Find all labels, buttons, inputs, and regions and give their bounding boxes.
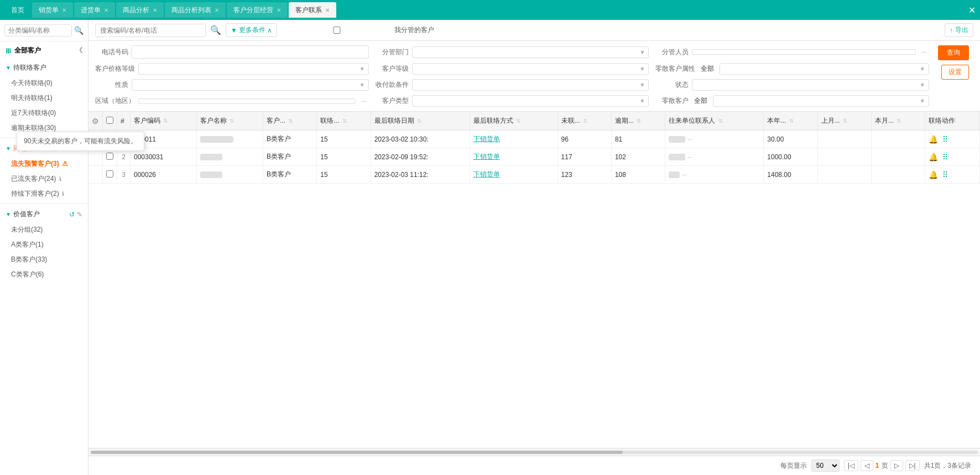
tab-analysis[interactable]: 商品分析 ✕: [116, 2, 164, 18]
horizontal-scrollbar[interactable]: [88, 448, 980, 456]
scroll-track: [91, 451, 978, 454]
sidebar-item-churned[interactable]: 已流失客户(24) ℹ: [0, 171, 88, 186]
tab-sales-label: 销货单: [39, 6, 59, 15]
last-month-sort-icon: ⇅: [843, 118, 847, 124]
payment-select[interactable]: ▼: [412, 79, 649, 91]
table-settings-icon[interactable]: ⚙: [92, 117, 99, 126]
gender-select[interactable]: ▼: [132, 79, 369, 91]
tab-home[interactable]: 首页: [4, 2, 31, 18]
retail-attr-select[interactable]: ▼: [720, 63, 929, 75]
row-checkbox-2[interactable]: [106, 153, 113, 160]
retail-attr-label: 零散客户属性: [655, 64, 695, 74]
query-button[interactable]: 查询: [938, 45, 969, 60]
sidebar-item-7days[interactable]: 近7天待联络(0): [0, 106, 88, 121]
refresh-icon[interactable]: ↺: [69, 211, 75, 218]
th-last-date-label: 最后联络日期: [374, 117, 414, 124]
grade-select[interactable]: ▼: [412, 63, 649, 75]
export-button[interactable]: ↑ 导出: [945, 23, 973, 37]
td-this-month-1: [872, 131, 925, 148]
tab-analysis-list-label: 商品分析列表: [171, 6, 211, 15]
next-page-btn[interactable]: ▷: [890, 460, 903, 471]
sidebar-item-ungroup[interactable]: 未分组(32): [0, 222, 88, 237]
sidebar-search-area: 🔍: [0, 20, 88, 41]
tab-customer-layer-close[interactable]: ✕: [277, 7, 281, 13]
prev-page-btn[interactable]: ◁: [861, 460, 873, 471]
sidebar-item-tomorrow[interactable]: 明天待联络(1): [0, 91, 88, 106]
sidebar-item-c-class[interactable]: C类客户(6): [0, 267, 88, 282]
td-this-month-2: [872, 148, 925, 166]
tab-customer-contact[interactable]: 客户联系 ✕: [289, 2, 336, 18]
sidebar-item-a-class[interactable]: A类客户(1): [0, 237, 88, 252]
my-customers-checkbox[interactable]: [282, 27, 392, 34]
td-last-method-2: 下销货单: [470, 148, 557, 166]
td-num-3: 3: [117, 166, 131, 184]
last-method-link-1[interactable]: 下销货单: [473, 135, 500, 143]
contact-action-2[interactable]: 🔔: [929, 153, 938, 161]
retail-attr-value: 全部: [701, 64, 714, 74]
tab-analysis-label: 商品分析: [123, 6, 149, 15]
td-contact-person-3: ···: [665, 166, 764, 184]
my-customers-checkbox-area: 我分管的客户: [282, 25, 434, 35]
tab-customer-contact-close[interactable]: ✕: [325, 7, 330, 13]
sidebar-item-today[interactable]: 今天待联络(0): [0, 76, 88, 91]
retail-select[interactable]: ▼: [713, 95, 929, 107]
td-type-1: B类客户: [263, 131, 316, 148]
first-page-btn[interactable]: |◁: [844, 460, 858, 471]
search-input[interactable]: [95, 24, 206, 37]
region-dots[interactable]: ···: [359, 97, 369, 105]
tab-analysis-list-close[interactable]: ✕: [215, 7, 219, 13]
edit-icon[interactable]: ✎: [77, 211, 82, 218]
tab-analysis-list[interactable]: 商品分析列表 ✕: [165, 2, 226, 18]
region-select[interactable]: [138, 98, 356, 104]
tab-analysis-close[interactable]: ✕: [153, 7, 157, 13]
last-method-sort-icon: ⇅: [516, 118, 520, 124]
name-blur-2: [200, 154, 222, 160]
person-dots[interactable]: ···: [919, 48, 929, 56]
filter-row-1: 电话号码 分管部门 ▼ 分管人员: [95, 45, 929, 59]
tab-customer-layer[interactable]: 客户分层经营 ✕: [227, 2, 288, 18]
tab-purchase-close[interactable]: ✕: [104, 7, 108, 13]
dept-select[interactable]: ▼: [412, 46, 649, 58]
sidebar-item-b-class[interactable]: B类客户(33): [0, 252, 88, 267]
select-all-checkbox[interactable]: [106, 117, 113, 124]
sidebar-item-declining[interactable]: 持续下滑客户(2) ℹ: [0, 186, 88, 201]
overdue-sort-icon: ⇅: [637, 118, 641, 124]
payment-label: 收付款条件: [376, 80, 409, 90]
td-overdue-1: 81: [611, 131, 665, 148]
page-size-select[interactable]: 50 100 200: [811, 460, 840, 472]
sidebar-item-churn-warning[interactable]: 流失预警客户(3) ⚠: [0, 156, 88, 171]
settings-button[interactable]: 设置: [941, 65, 969, 80]
tab-purchase[interactable]: 进货单 ✕: [74, 2, 115, 18]
sidebar-all-customers[interactable]: ⊞ 全部客户 《: [0, 41, 88, 60]
contact-action-1[interactable]: 🔔: [929, 135, 938, 144]
customer-type-select[interactable]: ▼: [412, 95, 649, 107]
last-method-link-2[interactable]: 下销货单: [473, 153, 500, 160]
td-last-month-2: [817, 148, 871, 166]
retail-attr-arrow: ▼: [920, 66, 925, 72]
more-action-2[interactable]: ⠿: [942, 153, 948, 161]
status-select[interactable]: ▼: [692, 79, 929, 91]
td-last-method-3: 下销货单: [470, 166, 557, 184]
contact-person-more-1: ···: [687, 136, 692, 143]
query-area: 查询 设置: [934, 45, 973, 107]
window-close[interactable]: ✕: [968, 5, 976, 15]
phone-input[interactable]: [132, 45, 369, 59]
tab-sales[interactable]: 销货单 ✕: [32, 2, 73, 18]
sidebar-group-pending-header[interactable]: ▼ 待联络客户: [0, 60, 88, 76]
contact-action-3[interactable]: 🔔: [929, 170, 938, 179]
th-num: #: [117, 112, 131, 131]
more-action-1[interactable]: ⠿: [942, 135, 948, 144]
search-button[interactable]: 🔍: [210, 25, 221, 35]
tab-sales-close[interactable]: ✕: [62, 7, 66, 13]
more-filter-button[interactable]: ▼ 更多条件 ∧: [226, 23, 277, 37]
row-checkbox-3[interactable]: [106, 170, 113, 178]
sidebar-search-input[interactable]: [4, 24, 72, 36]
price-grade-select[interactable]: ▼: [138, 63, 369, 75]
last-page-btn[interactable]: ▷|: [905, 460, 920, 471]
last-method-link-3[interactable]: 下销货单: [473, 170, 500, 178]
sidebar-search-icon[interactable]: 🔍: [74, 26, 84, 35]
td-last-method-1: 下销货单: [470, 131, 557, 148]
person-select[interactable]: [692, 49, 916, 55]
more-action-3[interactable]: ⠿: [942, 170, 948, 179]
sidebar-value-header[interactable]: ▼ 价值客户 ↺ ✎: [0, 206, 88, 222]
